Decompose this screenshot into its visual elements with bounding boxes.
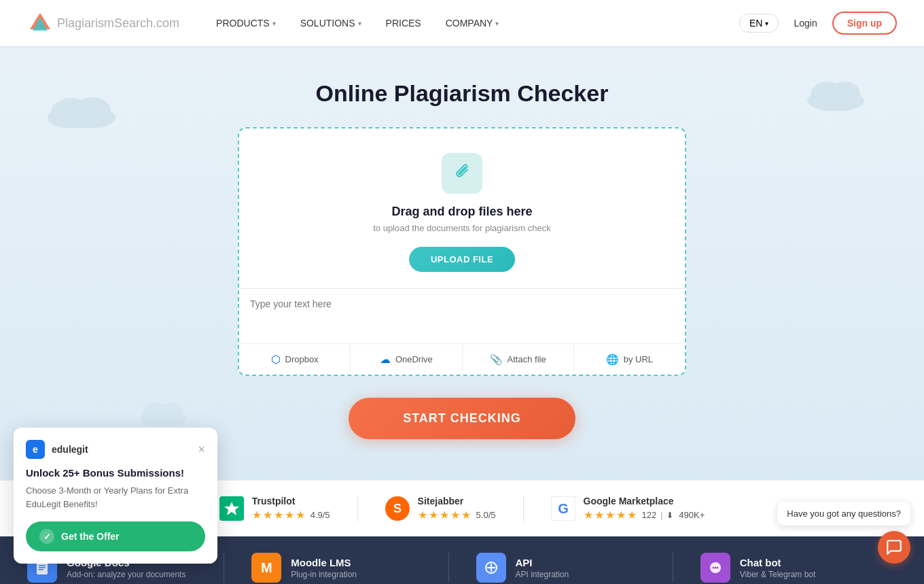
cloud-decoration xyxy=(41,87,122,128)
integration-api[interactable]: API API integration xyxy=(449,553,673,583)
check-icon: ✓ xyxy=(39,529,54,544)
nav-company[interactable]: COMPANY ▾ xyxy=(436,12,509,34)
popup-description: Choose 3-Month or Yearly Plans for Extra… xyxy=(26,484,205,511)
svg-rect-19 xyxy=(39,567,46,568)
google-icon: G xyxy=(551,496,575,521)
popup-close-button[interactable]: × xyxy=(198,443,205,456)
popup-brand: edulegit xyxy=(52,444,88,455)
sitejabber-rating: S Sitejabber ★ ★ ★ ★ ★ 5.0/5 xyxy=(358,496,524,521)
navbar: PlagiarismSearch.com PRODUCTS ▾ SOLUTION… xyxy=(0,0,924,46)
svg-point-10 xyxy=(159,403,183,422)
svg-text:S: S xyxy=(393,502,402,515)
drop-zone[interactable]: Drag and drop files here to upload the d… xyxy=(239,128,685,289)
google-name: Google Marketplace xyxy=(584,496,705,506)
edulegit-popup: e edulegit × Unlock 25+ Bonus Submission… xyxy=(14,428,217,564)
text-input-area xyxy=(239,289,685,343)
moodle-desc: Plug-in integration xyxy=(291,570,357,579)
svg-text:G: G xyxy=(558,501,569,516)
chevron-down-icon: ▾ xyxy=(765,20,768,27)
svg-rect-20 xyxy=(39,569,43,570)
sitejabber-icon: S xyxy=(385,496,410,521)
api-name: API xyxy=(516,557,569,568)
attach-file-button[interactable]: 📎 Attach file xyxy=(463,344,574,375)
sitejabber-name: Sitejabber xyxy=(418,496,496,506)
checker-box: Drag and drop files here to upload the d… xyxy=(238,127,686,376)
moodle-name: Moodle LMS xyxy=(291,557,357,568)
upload-icon-wrap xyxy=(442,153,482,194)
popup-title: Unlock 25+ Bonus Submissions! xyxy=(26,467,205,479)
chevron-down-icon: ▾ xyxy=(358,20,361,27)
chatbot-icon xyxy=(700,553,730,583)
google-docs-desc: Add-on: analyze your documents xyxy=(67,570,185,579)
nav-links: PRODUCTS ▾ SOLUTIONS ▾ PRICES COMPANY ▾ xyxy=(207,12,739,34)
api-icon xyxy=(476,553,506,583)
login-button[interactable]: Login xyxy=(787,14,823,32)
trustpilot-icon xyxy=(219,496,244,521)
upload-file-button[interactable]: UPLOAD FILE xyxy=(409,247,515,272)
integration-moodle[interactable]: M Moodle LMS Plug-in integration xyxy=(224,553,448,583)
drop-subtitle: to upload the documents for plagiarism c… xyxy=(373,223,551,233)
by-url-button[interactable]: 🌐 by URL xyxy=(574,344,685,375)
source-buttons: ⬡ Dropbox ☁ OneDrive 📎 Attach file 🌐 by … xyxy=(239,343,685,375)
drop-title: Drag and drop files here xyxy=(391,205,532,219)
google-downloads-count: 490K+ xyxy=(679,510,705,520)
svg-point-7 xyxy=(828,82,860,106)
chat-bubble: Have you got any questions? xyxy=(777,502,910,564)
paperclip-icon xyxy=(452,164,472,183)
chevron-down-icon: ▾ xyxy=(272,20,276,27)
signup-button[interactable]: Sign up xyxy=(832,12,897,35)
svg-rect-18 xyxy=(39,565,46,566)
svg-point-25 xyxy=(712,567,714,569)
dropbox-icon: ⬡ xyxy=(271,353,281,366)
language-selector[interactable]: EN ▾ xyxy=(739,14,779,33)
nav-solutions[interactable]: SOLUTIONS ▾ xyxy=(291,12,371,34)
text-input[interactable] xyxy=(239,289,685,341)
popup-logo: e xyxy=(26,440,45,459)
attach-icon: 📎 xyxy=(490,354,503,366)
trustpilot-stars: ★ ★ ★ ★ ★ 4.9/5 xyxy=(252,509,330,521)
page-title: Online Plagiarism Checker xyxy=(316,80,609,107)
google-downloads: ⬇ xyxy=(667,511,673,520)
google-review-count: 122 xyxy=(642,510,657,520)
trustpilot-score: 4.9/5 xyxy=(310,510,330,520)
chat-icon xyxy=(885,538,903,556)
url-icon: 🌐 xyxy=(606,354,619,366)
hero-section: Online Plagiarism Checker Drag and drop … xyxy=(0,46,924,480)
svg-point-4 xyxy=(73,97,111,124)
onedrive-button[interactable]: ☁ OneDrive xyxy=(351,344,462,375)
chatbot-desc: Viber & Telegram bot xyxy=(740,570,816,579)
chevron-down-icon: ▾ xyxy=(495,20,499,27)
sitejabber-stars: ★ ★ ★ ★ ★ 5.0/5 xyxy=(418,509,496,521)
moodle-icon: M xyxy=(251,553,281,583)
api-desc: API integration xyxy=(516,570,569,579)
svg-point-26 xyxy=(714,567,716,569)
cloud-decoration-2 xyxy=(802,73,870,111)
logo-icon xyxy=(27,10,53,36)
svg-point-27 xyxy=(716,567,718,569)
nav-products[interactable]: PRODUCTS ▾ xyxy=(207,12,285,34)
logo[interactable]: PlagiarismSearch.com xyxy=(27,10,179,36)
nav-prices[interactable]: PRICES xyxy=(376,12,431,34)
chat-open-button[interactable] xyxy=(878,531,910,564)
onedrive-icon: ☁ xyxy=(380,353,391,366)
cloud-decoration-3 xyxy=(136,395,190,426)
google-stars: ★ ★ ★ ★ ★ 122 | ⬇ 490K+ xyxy=(584,509,705,521)
sitejabber-score: 5.0/5 xyxy=(476,510,496,520)
google-rating: G Google Marketplace ★ ★ ★ ★ ★ 122 | ⬇ 4… xyxy=(524,496,732,521)
nav-right: EN ▾ Login Sign up xyxy=(739,12,897,35)
trustpilot-name: Trustpilot xyxy=(252,496,330,506)
dropbox-button[interactable]: ⬡ Dropbox xyxy=(239,344,351,375)
get-offer-button[interactable]: ✓ Get the Offer xyxy=(26,521,205,551)
chat-message: Have you got any questions? xyxy=(777,502,910,526)
start-checking-button[interactable]: START CHECKING xyxy=(349,398,575,439)
logo-text: PlagiarismSearch.com xyxy=(57,16,179,31)
